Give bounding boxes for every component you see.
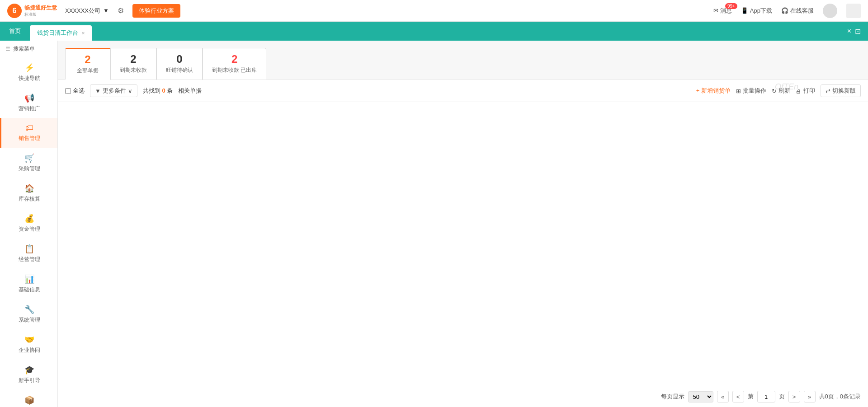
settings-icon[interactable]: ⚙ xyxy=(114,5,127,17)
sidebar-item-base-info[interactable]: 📊 基础信息 xyxy=(0,269,57,299)
tab-label: 钱货日清工作台 xyxy=(37,29,78,37)
company-name: XXXXXX公司 xyxy=(65,7,100,15)
online-service-button[interactable]: 🎧 在线客服 xyxy=(781,7,814,15)
print-label: 打印 xyxy=(803,87,815,95)
sidebar-item-enterprise[interactable]: 🤝 企业协同 xyxy=(0,329,57,360)
page-label: 第 xyxy=(748,393,754,401)
sidebar-item-system[interactable]: 🔧 系统管理 xyxy=(0,299,57,329)
switch-version-button[interactable]: ⇄ 切换新版 xyxy=(821,84,861,97)
inventory-icon: 🏠 xyxy=(24,183,34,193)
switch-label: 切换新版 xyxy=(832,87,856,95)
tab-active[interactable]: 钱货日清工作台 × xyxy=(30,25,92,41)
print-icon: 🖨 xyxy=(796,88,802,94)
main-layout: ☰ 搜索菜单 ⚡ 快捷导航 📢 营销推广 🏷 销售管理 🛒 采购管理 🏠 库存核… xyxy=(0,41,868,407)
batch-label: 批量操作 xyxy=(743,87,766,95)
filter-label: 更多条件 xyxy=(103,87,126,95)
sidebar-item-marketing[interactable]: 📢 营销推广 xyxy=(0,88,57,118)
trial-button[interactable]: 体验行业方案 xyxy=(132,4,180,18)
refresh-button[interactable]: ↻ 刷新 xyxy=(772,87,790,95)
filter-tab-label: 到期未收款 xyxy=(120,66,147,74)
refresh-icon: ↻ xyxy=(772,88,777,94)
user-extra[interactable] xyxy=(846,4,861,18)
content-area: 2 全部单据 2 到期未收款 0 旺铺待确认 2 到期未收款 已出库 xyxy=(58,41,868,407)
tab-close-icon[interactable]: × xyxy=(82,30,85,36)
filter-tab-num: 2 xyxy=(130,53,136,65)
maximize-button[interactable]: ⊡ xyxy=(855,27,861,36)
enterprise-icon: 🤝 xyxy=(24,335,34,345)
filter-tab-pending[interactable]: 0 旺铺待确认 xyxy=(156,48,203,80)
per-page-select[interactable]: 50 10 20 100 xyxy=(688,391,713,402)
page-input[interactable] xyxy=(757,391,775,402)
quick-nav-icon: ⚡ xyxy=(24,63,34,73)
filter-tab-all[interactable]: 2 全部单据 xyxy=(65,48,110,80)
refresh-label: 刷新 xyxy=(778,87,790,95)
content-inner: 2 全部单据 2 到期未收款 0 旺铺待确认 2 到期未收款 已出库 xyxy=(58,41,868,407)
system-icon: 🔧 xyxy=(24,304,34,314)
switch-icon: ⇄ xyxy=(826,88,830,94)
total-label: 共0页，0条记录 xyxy=(819,393,861,401)
print-button[interactable]: 🖨 打印 xyxy=(796,87,815,95)
select-all-input[interactable] xyxy=(65,88,71,94)
message-button[interactable]: ✉ 消息 99+ xyxy=(713,7,732,15)
sidebar-item-guide[interactable]: 🎓 新手引导 xyxy=(0,360,57,390)
tabbar: 首页 钱货日清工作台 × × ⊡ xyxy=(0,22,868,41)
sidebar-item-label: 基础信息 xyxy=(19,286,40,294)
filter-tabs: 2 全部单据 2 到期未收款 0 旺铺待确认 2 到期未收款 已出库 xyxy=(58,41,868,80)
filter-tab-num: 2 xyxy=(231,53,237,65)
sidebar-item-label: 新手引导 xyxy=(19,377,40,384)
sidebar-item-label: 经营管理 xyxy=(19,256,40,263)
sidebar-search[interactable]: ☰ 搜索菜单 xyxy=(0,41,57,57)
filter-tab-label: 全部单据 xyxy=(77,67,99,75)
more-filter-button[interactable]: ▼ 更多条件 ∨ xyxy=(90,84,137,97)
purchase-icon: 🛒 xyxy=(24,153,34,163)
batch-button[interactable]: ⊞ 批量操作 xyxy=(736,87,766,95)
tab-home[interactable]: 首页 xyxy=(0,22,30,41)
sidebar-item-label: 资金管理 xyxy=(19,225,40,233)
filter-tab-label: 到期未收款 已出库 xyxy=(212,66,257,74)
filter-tab-num: 0 xyxy=(176,53,182,65)
company-selector[interactable]: XXXXXX公司 ▼ xyxy=(65,7,109,15)
sidebar-item-label: 系统管理 xyxy=(19,316,40,324)
prev-page-button[interactable]: < xyxy=(732,391,744,402)
search-icon: ☰ xyxy=(5,46,10,52)
sidebar-item-sales[interactable]: 🏷 销售管理 xyxy=(0,118,57,148)
header: 6 畅捷通好生意 标准版 XXXXXX公司 ▼ ⚙ 体验行业方案 ✉ 消息 99… xyxy=(0,0,868,22)
sidebar-item-operation[interactable]: 📋 经营管理 xyxy=(0,239,57,269)
count-value: 0 xyxy=(162,87,165,94)
chevron-down-icon: ∨ xyxy=(128,88,132,94)
search-label: 搜索菜单 xyxy=(13,45,35,53)
table-area xyxy=(58,102,868,386)
filter-tab-shipped[interactable]: 2 到期未收款 已出库 xyxy=(203,48,266,80)
app-download-button[interactable]: 📱 App下载 xyxy=(741,7,772,15)
marketing-icon: 📢 xyxy=(24,93,34,103)
logo-text: 畅捷通好生意 标准版 xyxy=(24,4,57,18)
first-page-button[interactable]: « xyxy=(717,391,729,402)
operation-icon: 📋 xyxy=(24,244,34,254)
sidebar-item-label: 营销推广 xyxy=(19,105,40,112)
last-page-button[interactable]: » xyxy=(804,391,816,402)
minimize-button[interactable]: × xyxy=(847,27,851,35)
header-right: ✉ 消息 99+ 📱 App下载 🎧 在线客服 xyxy=(713,4,861,18)
app-center-icon: 📦 xyxy=(24,395,34,405)
sidebar-item-app-center[interactable]: 📦 应用中心 xyxy=(0,390,57,407)
sidebar-item-quick-nav[interactable]: ⚡ 快捷导航 xyxy=(0,57,57,88)
logo-area: 6 畅捷通好生意 标准版 xyxy=(7,4,65,18)
sidebar: ☰ 搜索菜单 ⚡ 快捷导航 📢 营销推广 🏷 销售管理 🛒 采购管理 🏠 库存核… xyxy=(0,41,58,407)
service-icon: 🎧 xyxy=(781,7,788,14)
related-label: 相关单据 xyxy=(178,87,202,95)
per-page-label: 每页显示 xyxy=(661,393,684,401)
next-page-button[interactable]: > xyxy=(788,391,800,402)
filter-tab-overdue[interactable]: 2 到期未收款 xyxy=(110,48,156,80)
sidebar-item-capital[interactable]: 💰 资金管理 xyxy=(0,208,57,239)
select-all-checkbox[interactable]: 全选 xyxy=(65,87,85,95)
sidebar-item-label: 快捷导航 xyxy=(19,75,40,82)
new-order-button[interactable]: + 新增销货单 xyxy=(696,87,731,95)
capital-icon: 💰 xyxy=(24,214,34,224)
avatar[interactable] xyxy=(823,4,837,18)
sidebar-item-purchase[interactable]: 🛒 采购管理 xyxy=(0,148,57,178)
sidebar-item-inventory[interactable]: 🏠 库存核算 xyxy=(0,178,57,208)
filter-tab-num: 2 xyxy=(85,53,90,66)
select-all-label: 全选 xyxy=(73,87,85,95)
page-suffix: 页 xyxy=(779,393,785,401)
sidebar-item-label: 企业协同 xyxy=(19,346,40,354)
